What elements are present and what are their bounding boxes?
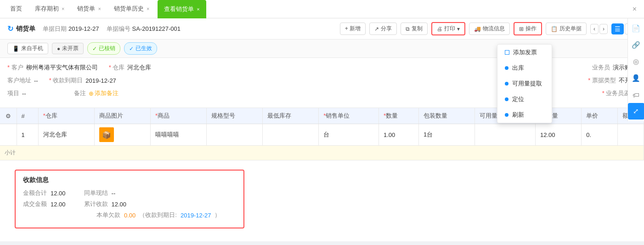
note-label: 备注 [74,89,86,97]
product-image: 📦 [99,127,114,142]
operation-button[interactable]: ⊞ 操作 [514,22,542,35]
row-product: 嘻嘻嘻嘻 [150,124,206,146]
total-amount-label: 金额合计 [23,189,47,197]
share-button[interactable]: ↗ 分享 [369,23,397,35]
address-value: -- [34,77,38,84]
tab-sales-history[interactable]: 销货单历史 × [107,0,156,18]
print-icon: 🖨 [437,26,442,32]
due-note-end: ） [215,211,220,219]
doc-number-field: 单据编号 SA-20191227-001 [107,25,181,33]
project-field: 项目 -- [7,89,26,97]
sidebar-doc-icon[interactable]: 📄 [628,20,644,37]
col-warehouse: *仓库 [38,108,94,124]
print-label: 打印 [444,25,455,33]
row-gear [0,124,17,146]
nav-next[interactable]: › [599,24,608,34]
col-gear[interactable]: ⚙ [0,108,17,124]
tab-sales-history-close[interactable]: × [147,6,149,11]
dropdown-locate[interactable]: 定位 [497,91,552,107]
col-quantity: *数量 [378,108,418,124]
col-product-img: 商品图片 [94,108,150,124]
col-spec: 规格型号 [207,108,263,124]
tab-home[interactable]: 首页 [4,0,28,18]
logistics-icon: 🚚 [474,26,481,32]
payment-row-3: 本单欠款 0.00 （收款到期日: 2019-12-27 ） [23,211,236,219]
same-order-label: 同单现结 [84,189,108,197]
cumulative-value: 12.00 [112,201,127,208]
sidebar-circle-icon[interactable]: ◎ [628,53,644,70]
status-cancelled[interactable]: ✓ 已核销 [87,42,120,55]
effective-icon: ✓ [129,46,134,52]
transaction-amount-value: 12.00 [51,201,66,208]
tab-home-label: 首页 [10,5,22,13]
nav-prev[interactable]: ‹ [590,24,599,34]
tab-view-sales[interactable]: 查看销货单 × [158,0,206,18]
warehouse-field: 仓库 河北仓库 [109,63,152,72]
share-label: 分享 [381,25,392,33]
tab-sales[interactable]: 销货单 × [71,0,107,18]
mobile-label: 来自手机 [21,45,43,52]
copy-button[interactable]: ⧉ 复制 [401,23,428,35]
from-mobile-button[interactable]: 📱 来自手机 [7,43,48,54]
warehouse-label: 仓库 [109,63,125,72]
new-button[interactable]: + 新增 [340,23,366,35]
sidebar-link-icon[interactable]: 🔗 [628,37,644,53]
outbound-label: 出库 [512,64,524,72]
col-unit-price: 单价 [582,108,618,124]
history-button[interactable]: 📋 历史单据 [546,23,587,35]
doc-actions: + 新增 ↗ 分享 ⧉ 复制 🖨 打印 ▾ 🚚 物流信息 ⊞ 操作 [340,22,637,35]
right-sidebar: 📄 🔗 ◎ 👤 🏷 ⤢ [627,18,644,121]
staff-label: 业务员 [592,63,610,72]
payment-date-label: 收款到期日 [49,76,83,85]
status-effective[interactable]: ✓ 已生效 [124,42,157,55]
tab-inventory-close[interactable]: × [62,6,64,11]
transaction-amount-label: 成交金额 [23,200,47,208]
cumulative-label: 累计收款 [84,200,108,208]
row-product-img: 📦 [94,124,150,146]
sidebar-tag-icon[interactable]: 🏷 [628,86,644,103]
col-product: *商品 [150,108,206,124]
tab-view-sales-close[interactable]: × [197,6,199,12]
row-current-stock: 12.00 [535,124,581,146]
dot-icon-2 [505,82,508,85]
operation-dropdown: 添加发票 出库 可用量提取 定位 刷新 [497,44,552,123]
customer-label: 客户 [7,63,23,72]
tab-sales-close[interactable]: × [98,6,101,11]
transaction-amount-item: 成交金额 12.00 [23,200,66,208]
mobile-icon: 📱 [12,46,19,52]
add-note-label: 添加备注 [95,89,119,97]
logistics-button[interactable]: 🚚 物流信息 [469,23,510,35]
window-close-button[interactable]: × [629,5,640,13]
row-spec [207,124,263,146]
add-note-button[interactable]: ⊕ 添加备注 [89,89,119,97]
dropdown-add-invoice[interactable]: 添加发票 [497,45,552,60]
tab-bar: 首页 库存期初 × 销货单 × 销货单历史 × 查看销货单 × × [0,0,644,18]
row-unit-price: 0. [582,124,618,146]
copy-label: 复制 [412,25,423,33]
sidebar-expand-icon[interactable]: ⤢ [628,103,644,120]
payment-date-field: 收款到期日 2019-12-27 [49,76,116,85]
sidebar-user-icon[interactable]: 👤 [628,70,644,86]
doc-title-icon: ↻ [7,24,13,33]
row-warehouse: 河北仓库 [38,124,94,146]
view-list-button[interactable]: ☰ [611,23,624,34]
tab-inventory[interactable]: 库存期初 × [28,0,71,18]
col-min-stock: 最低库存 [263,108,319,124]
col-sales-unit: *销售单位 [319,108,379,124]
customer-value: 柳州粤港平安气体有限公司 [26,63,98,72]
not-opened-button[interactable]: ● 未开票 [52,43,84,54]
same-order-value: -- [112,190,116,197]
dot-icon [505,66,508,70]
payment-date-value: 2019-12-27 [85,77,116,84]
operation-label: 操作 [525,25,537,33]
dropdown-refresh[interactable]: 刷新 [497,107,552,123]
dropdown-available-qty[interactable]: 可用量提取 [497,76,552,91]
dropdown-outbound[interactable]: 出库 [497,60,552,76]
subtotal-label: 小计 [0,146,644,160]
square-icon [505,50,509,55]
dot-icon-4 [505,113,508,117]
locate-label: 定位 [512,95,524,103]
print-button[interactable]: 🖨 打印 ▾ [431,22,465,35]
add-icon: ⊕ [89,90,94,97]
available-qty-label: 可用量提取 [512,80,542,88]
